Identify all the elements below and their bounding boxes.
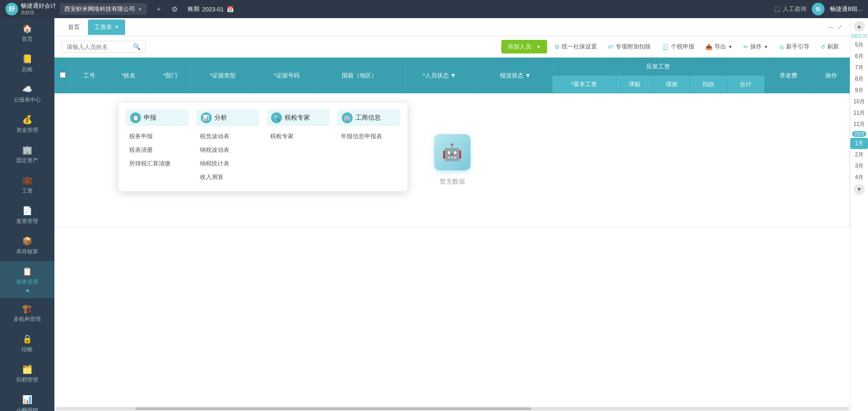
- sidebar-item-report[interactable]: 📊 小畅报销: [0, 389, 54, 411]
- user-avatar[interactable]: 畅: [812, 3, 824, 15]
- export-icon: 📤: [705, 44, 713, 50]
- sidebar-item-invoice[interactable]: 📄 发票管理: [0, 200, 54, 231]
- timeline-month-4[interactable]: 4月: [850, 172, 868, 183]
- add-person-button[interactable]: 添加人员 ▼: [501, 40, 547, 53]
- period-area: 账期 2023-01 📅: [188, 5, 234, 13]
- window-maximize-icon[interactable]: ⤢: [838, 24, 843, 30]
- table-header-region: 国籍（地区）: [319, 58, 401, 93]
- tax-declaration-button[interactable]: 🧾 个税申报: [658, 41, 698, 53]
- sidebar-home-label: 首页: [22, 35, 33, 43]
- sidebar-item-multi[interactable]: 🏗️ 多机构管理: [0, 298, 54, 329]
- table-header-checkbox[interactable]: [55, 58, 71, 93]
- timeline-year-badge: 2023: [852, 131, 866, 137]
- new-guide-label: 新手引导: [786, 43, 810, 51]
- sidebar-expand-icon: ◀: [25, 288, 29, 293]
- search-box[interactable]: 🔍: [62, 41, 145, 53]
- timeline-month-2[interactable]: 2月: [850, 149, 868, 160]
- menu-section-analysis: 📊 分析 税负波动表 纳税波动表 纳税统计表 收入测算: [196, 110, 260, 184]
- timeline-month-10[interactable]: 10月: [850, 96, 868, 107]
- user-name[interactable]: 畅捷通B组...: [830, 5, 863, 13]
- main-layout: 🏠 首页 📒 总账 ☁️ 云报表中心 💰 资金管理 🏢 固定资产 💼 工资 📄 …: [0, 18, 868, 411]
- timeline-month-6[interactable]: 6月: [850, 51, 868, 62]
- menu-item-tax-report[interactable]: 税务申报: [126, 130, 189, 143]
- timeline-month-12[interactable]: 12月: [850, 119, 868, 130]
- menu-item-tax-flow[interactable]: 纳税波动表: [196, 143, 260, 157]
- sidebar-item-archive[interactable]: 🗂️ 归档管理: [0, 359, 54, 389]
- timeline-up-arrow[interactable]: ▲: [854, 21, 865, 32]
- menu-item-tax-burden[interactable]: 税负波动表: [196, 130, 260, 143]
- customer-service-button[interactable]: 🎧 人工咨询: [774, 5, 806, 13]
- menu-header-declaration: 📋 申报: [126, 110, 189, 126]
- timeline-year-label: 2023.01: [851, 33, 867, 39]
- salary-icon: 💼: [22, 175, 32, 185]
- multi-icon: 🏗️: [22, 304, 32, 314]
- menu-item-annual-report[interactable]: 年报信息申报表: [337, 130, 401, 143]
- timeline-month-3[interactable]: 3月: [850, 160, 868, 172]
- sidebar-item-stock[interactable]: 📦 库存核算: [0, 231, 54, 261]
- menu-item-income-clear[interactable]: 所得税汇算清缴: [126, 157, 189, 170]
- filter2-icon[interactable]: ▼: [525, 72, 531, 79]
- tab-salary[interactable]: 工资表 ✕: [88, 19, 125, 35]
- horizontal-scrollbar[interactable]: [54, 406, 850, 411]
- window-minimize-icon[interactable]: —: [828, 24, 834, 30]
- select-all-checkbox[interactable]: [60, 72, 66, 78]
- new-guide-button[interactable]: ◎ 新手引导: [776, 41, 813, 53]
- company-selector[interactable]: 西安虾米网络科技有限公司 ▼: [60, 3, 147, 15]
- operation-label: 操作: [750, 43, 762, 51]
- tab-salary-label: 工资表: [94, 23, 112, 31]
- sidebar-item-funds[interactable]: 💰 资金管理: [0, 109, 54, 140]
- company-name: 西安虾米网络科技有限公司: [64, 5, 135, 13]
- tab-close-icon[interactable]: ✕: [115, 24, 119, 30]
- menu-section-declaration: 📋 申报 税务申报 税表清册 所得税汇算清缴: [126, 110, 189, 184]
- settings-icon-button[interactable]: ⚙: [169, 4, 180, 15]
- add-dropdown-arrow: ▼: [533, 44, 541, 49]
- timeline-month-9[interactable]: 9月: [850, 85, 868, 96]
- search-input[interactable]: [67, 44, 130, 50]
- menu-item-expert[interactable]: 税检专家: [267, 130, 330, 143]
- timeline-month-11[interactable]: 11月: [850, 107, 868, 119]
- settings2-icon: ⚙: [554, 44, 560, 50]
- timeline-month-5[interactable]: 5月: [850, 39, 868, 51]
- sidebar-item-home[interactable]: 🏠 首页: [0, 18, 54, 48]
- export-button[interactable]: 📤 导出 ▼: [702, 41, 736, 53]
- special-deduction-button[interactable]: 🏷 专项附加扣除: [604, 41, 655, 53]
- filter-icon[interactable]: ▼: [450, 72, 456, 79]
- sidebar-item-close[interactable]: 🔒 结账: [0, 329, 54, 359]
- timeline-month-7[interactable]: 7月: [850, 62, 868, 73]
- sidebar-salary-label: 工资: [22, 187, 33, 195]
- declaration-section-icon: 📋: [130, 112, 141, 123]
- home-icon: 🏠: [22, 24, 32, 34]
- social-insurance-button[interactable]: ⚙ 统一社保设置: [551, 41, 601, 53]
- chevron-down-icon: ▼: [138, 7, 142, 12]
- scroll-thumb[interactable]: [136, 407, 532, 410]
- menu-item-income-calc[interactable]: 收入测算: [196, 170, 260, 184]
- stock-icon: 📦: [22, 236, 32, 246]
- refresh-button[interactable]: ↺ 刷新: [817, 41, 843, 53]
- timeline-month-1[interactable]: 1月: [850, 138, 868, 149]
- table-header-cert-num: *证据号码: [255, 58, 319, 93]
- table-header-dept: *部门: [150, 58, 191, 93]
- sidebar-item-salary[interactable]: 💼 工资: [0, 170, 54, 200]
- tax-expert-section-icon: 🔍: [271, 112, 282, 123]
- calendar-icon[interactable]: 📅: [227, 6, 234, 13]
- menu-section-tax-expert: 🔍 税检专家 税检专家: [267, 110, 330, 184]
- menu-item-tax-form[interactable]: 税表清册: [126, 143, 189, 157]
- logo-sub: 旗舰版: [21, 10, 56, 16]
- sidebar-close-label: 结账: [22, 346, 33, 353]
- headset-icon: 🎧: [774, 6, 781, 13]
- tab-home[interactable]: 首页: [62, 19, 86, 35]
- add-company-button[interactable]: ＋: [152, 4, 165, 15]
- sidebar-item-ledger[interactable]: 📒 总账: [0, 48, 54, 79]
- timeline-down-arrow[interactable]: ▼: [854, 184, 865, 195]
- right-timeline: ▲ 2023.01 5月 6月 7月 8月 9月 10月 11月 12月 202…: [850, 18, 868, 411]
- sidebar-item-tax[interactable]: 📋 税务管理 ◀: [0, 261, 54, 298]
- sidebar-item-cloud[interactable]: ☁️ 云报表中心: [0, 79, 54, 109]
- menu-item-tax-stats[interactable]: 纳税统计表: [196, 157, 260, 170]
- timeline-month-8[interactable]: 8月: [850, 73, 868, 85]
- table-header-payroll: 应发工资: [552, 58, 764, 76]
- tab-home-label: 首页: [68, 23, 80, 31]
- operation-button[interactable]: ✏ 操作 ▼: [740, 41, 772, 53]
- sidebar-stock-label: 库存核算: [16, 248, 38, 256]
- scroll-track[interactable]: [56, 407, 848, 410]
- sidebar-item-assets[interactable]: 🏢 固定资产: [0, 140, 54, 170]
